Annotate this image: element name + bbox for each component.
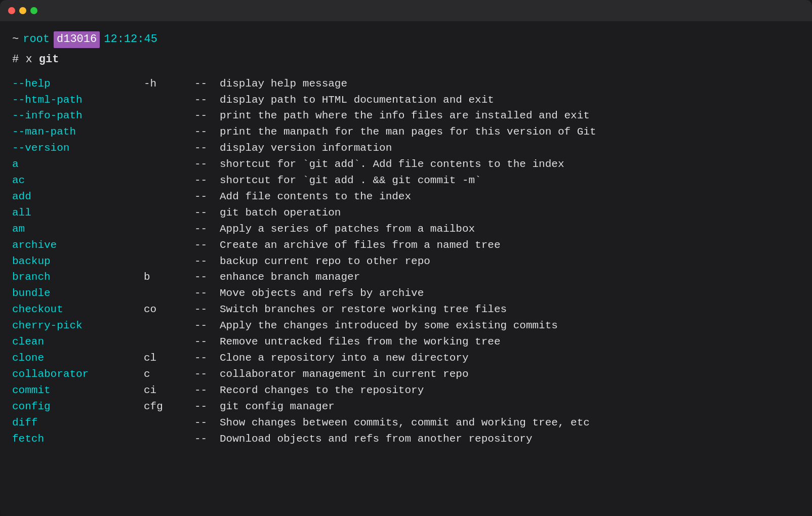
desc-cell: Apply a series of patches from a mailbox <box>220 221 475 237</box>
desc-cell: Move objects and refs by archive <box>220 285 424 302</box>
cmd-git: git <box>39 53 59 66</box>
table-row: fetch--Download objects and refs from an… <box>12 431 800 447</box>
desc-cell: Remove untracked files from the working … <box>220 334 501 350</box>
desc-cell: collaborator management in current repo <box>220 366 468 382</box>
table-row: collaboratorc--collaborator management i… <box>12 366 800 382</box>
maximize-button[interactable] <box>30 7 37 14</box>
terminal-window: ~ root d13016 12:12:45 # x git --help-h-… <box>0 0 812 516</box>
sep-cell: -- <box>194 221 220 237</box>
sep-cell: -- <box>194 92 220 108</box>
table-row: --info-path--print the path where the in… <box>12 108 800 124</box>
alias-cell: ci <box>144 382 194 399</box>
command-line: # x git <box>12 52 800 68</box>
cmd-cell: fetch <box>12 431 144 447</box>
titlebar <box>0 0 812 21</box>
sep-cell: -- <box>194 108 220 124</box>
sep-cell: -- <box>194 382 220 399</box>
table-row: clean--Remove untracked files from the w… <box>12 334 800 350</box>
alias-cell: co <box>144 302 194 318</box>
cmd-cell: --version <box>12 140 144 156</box>
table-row: configcfg--git config manager <box>12 399 800 415</box>
table-row: cherry-pick--Apply the changes introduce… <box>12 318 800 334</box>
sep-cell: -- <box>194 124 220 140</box>
sep-cell: -- <box>194 237 220 253</box>
cmd-cell: backup <box>12 253 144 270</box>
sep-cell: -- <box>194 205 220 221</box>
desc-cell: Record changes to the repository <box>220 382 424 399</box>
table-row: diff--Show changes between commits, comm… <box>12 415 800 431</box>
table-row: archive--Create an archive of files from… <box>12 237 800 253</box>
sep-cell: -- <box>194 173 220 189</box>
cmd-cell: --info-path <box>12 108 144 124</box>
desc-cell: shortcut for `git add`. Add file content… <box>220 156 564 173</box>
table-row: branchb--enhance branch manager <box>12 269 800 285</box>
cmd-cell: checkout <box>12 302 144 318</box>
cmd-cell: clean <box>12 334 144 350</box>
cmd-cell: diff <box>12 415 144 431</box>
table-row: --version--display version information <box>12 140 800 156</box>
table-row: add--Add file contents to the index <box>12 189 800 205</box>
desc-cell: print the manpath for the man pages for … <box>220 124 596 140</box>
desc-cell: display help message <box>220 76 347 92</box>
sep-cell: -- <box>194 399 220 415</box>
cmd-cell: commit <box>12 382 144 399</box>
desc-cell: Clone a repository into a new directory <box>220 350 468 366</box>
desc-cell: print the path where the info files are … <box>220 108 590 124</box>
prompt-user: root <box>23 32 50 48</box>
alias-cell: cl <box>144 350 194 366</box>
desc-cell: Show changes between commits, commit and… <box>220 415 590 431</box>
minimize-button[interactable] <box>19 7 26 14</box>
cmd-cell: --man-path <box>12 124 144 140</box>
sep-cell: -- <box>194 366 220 382</box>
desc-cell: display path to HTML documentation and e… <box>220 92 494 108</box>
sep-cell: -- <box>194 302 220 318</box>
sep-cell: -- <box>194 156 220 173</box>
sep-cell: -- <box>194 415 220 431</box>
terminal-body: ~ root d13016 12:12:45 # x git --help-h-… <box>0 21 812 516</box>
cmd-cell: a <box>12 156 144 173</box>
desc-cell: display version information <box>220 140 392 156</box>
sep-cell: -- <box>194 189 220 205</box>
prompt-line: ~ root d13016 12:12:45 <box>12 31 800 48</box>
cmd-cell: am <box>12 221 144 237</box>
sep-cell: -- <box>194 350 220 366</box>
output-table: --help-h--display help message--html-pat… <box>12 76 800 447</box>
alias-cell: b <box>144 269 194 285</box>
table-row: a--shortcut for `git add`. Add file cont… <box>12 156 800 173</box>
cmd-hash: # <box>12 53 25 66</box>
cmd-cell: config <box>12 399 144 415</box>
cmd-cell: ac <box>12 173 144 189</box>
table-row: checkoutco--Switch branches or restore w… <box>12 302 800 318</box>
sep-cell: -- <box>194 431 220 447</box>
table-row: clonecl--Clone a repository into a new d… <box>12 350 800 366</box>
alias-cell: -h <box>144 76 194 92</box>
sep-cell: -- <box>194 318 220 334</box>
sep-cell: -- <box>194 334 220 350</box>
desc-cell: Download objects and refs from another r… <box>220 431 533 447</box>
table-row: --man-path--print the manpath for the ma… <box>12 124 800 140</box>
cmd-cell: branch <box>12 269 144 285</box>
table-row: backup--backup current repo to other rep… <box>12 253 800 270</box>
alias-cell: cfg <box>144 399 194 415</box>
cmd-cell: collaborator <box>12 366 144 382</box>
table-row: ac--shortcut for `git add . && git commi… <box>12 173 800 189</box>
desc-cell: shortcut for `git add . && git commit -m… <box>220 173 481 189</box>
cmd-cell: archive <box>12 237 144 253</box>
cmd-cell: clone <box>12 350 144 366</box>
sep-cell: -- <box>194 285 220 302</box>
desc-cell: enhance branch manager <box>220 269 360 285</box>
table-row: commitci--Record changes to the reposito… <box>12 382 800 399</box>
sep-cell: -- <box>194 76 220 92</box>
desc-cell: Apply the changes introduced by some exi… <box>220 318 558 334</box>
desc-cell: git batch operation <box>220 205 341 221</box>
prompt-tilde: ~ <box>12 32 19 48</box>
desc-cell: Create an archive of files from a named … <box>220 237 501 253</box>
cmd-cell: all <box>12 205 144 221</box>
sep-cell: -- <box>194 269 220 285</box>
cmd-cell: add <box>12 189 144 205</box>
cmd-cell: --html-path <box>12 92 144 108</box>
desc-cell: git config manager <box>220 399 335 415</box>
cmd-cell: --help <box>12 76 144 92</box>
close-button[interactable] <box>8 7 15 14</box>
table-row: am--Apply a series of patches from a mai… <box>12 221 800 237</box>
